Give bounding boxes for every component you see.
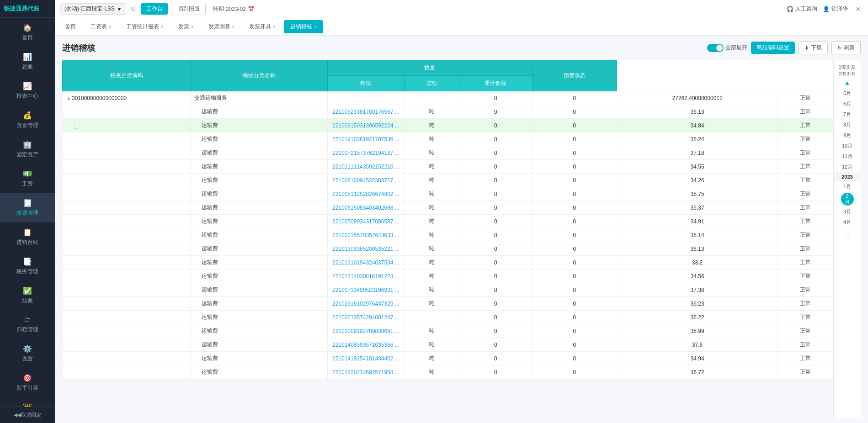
sidebar-footer-pin[interactable]: ◀◀ 取消固定	[0, 407, 55, 423]
cell-invoice-no[interactable]: 22101820212692571958 ...	[328, 365, 405, 379]
table-row[interactable]: 运输费22100615083403402688 ...吨0035.37正常	[63, 201, 833, 215]
table-row[interactable]: 运输费22100713490523196931 ...吨0037.38正常	[63, 283, 833, 297]
cell-invoice-no[interactable]: 22101111143592152210 ...	[328, 160, 405, 174]
cell-invoice-no[interactable]: 22100915031396592224 ...	[328, 119, 405, 132]
table-row[interactable]: 运输费22101916102976437325 ...吨0036.23正常	[63, 297, 833, 311]
cell-invoice-no[interactable]: 22101916102976437325 ...	[328, 297, 405, 311]
table-row[interactable]: 运输费22101408593571035366 ...吨0037.6正常	[63, 338, 833, 352]
table-row[interactable]: 运输费22101309365208535221 ...吨0036.13正常	[63, 242, 833, 256]
table-row[interactable]: 运输费22101820212692571958 ...吨0036.72正常	[63, 365, 833, 379]
tab-invoice-issue[interactable]: 发票开具 ×	[243, 20, 282, 33]
table-row[interactable]: 运输费22101111143592152210 ...吨0034.55正常	[63, 160, 833, 174]
sidebar-item-archive[interactable]: 🗂 归档管理	[0, 310, 55, 339]
tab-payroll[interactable]: 工资表 ×	[84, 20, 118, 33]
tab-close-icon[interactable]: ×	[314, 24, 317, 29]
tab-close-icon[interactable]: ×	[273, 24, 276, 29]
scroll-up-button[interactable]: ▲	[842, 77, 852, 88]
sidebar-item-home[interactable]: 🏠 首页	[0, 18, 55, 47]
tab-sales-audit[interactable]: 进销稽核 ×	[284, 20, 323, 33]
month-11[interactable]: 11月	[834, 151, 861, 162]
tab-invoice-calc[interactable]: 发票测算 ×	[202, 20, 241, 33]
sidebar-item-settings[interactable]: ⚙️ 设置	[0, 339, 55, 368]
table-row[interactable]: 运输费22100810094532303717 ...吨0034.26正常	[63, 174, 833, 187]
settings-button[interactable]: 商品编码设置	[751, 42, 795, 54]
cell-invoice-no[interactable]: 22100511252826674802 ...	[328, 187, 405, 201]
month-4[interactable]: 4月	[834, 217, 861, 227]
month-2-current[interactable]: 2月	[841, 193, 854, 206]
favorite-icon[interactable]: ♡	[844, 231, 851, 240]
cell-invoice-no[interactable]: 22101309365208535221 ...	[328, 242, 405, 256]
cell-invoice-no[interactable]: 22100523381780176567 ...	[328, 105, 405, 119]
cell-invoice-no[interactable]: 22100713490523196931 ...	[328, 283, 405, 297]
table-row[interactable]: ▴301000000000000000交通运输服务0027262.4000000…	[63, 91, 833, 105]
cell-invoice-no[interactable]: 22100509034317086587 ...	[328, 215, 405, 228]
cell-invoice-no[interactable]: 22101419254101434402 ...	[328, 352, 405, 365]
month-5[interactable]: 5月	[834, 88, 861, 99]
cell-invoice-no[interactable]: 22100721573762194127 ...	[328, 146, 405, 160]
cell-invoice-no[interactable]: 22101009192789838691 ...	[328, 324, 405, 338]
table-row[interactable]: 运输费22101009192789838691 ...吨0035.99正常	[63, 324, 833, 338]
table-row[interactable]: 运输费22101314030816191223 ...吨0034.56正常	[63, 270, 833, 283]
tab-close-icon[interactable]: ×	[109, 24, 112, 29]
cell-invoice-no[interactable]: 22100615083403402688 ...	[328, 201, 405, 215]
sidebar-item-assets[interactable]: 🏢 固定资产	[0, 135, 55, 164]
month-10[interactable]: 10月	[834, 141, 861, 151]
close-window-button[interactable]: ✕	[853, 5, 863, 13]
sidebar-item-ledger[interactable]: 📊 总账	[0, 47, 55, 76]
sidebar-item-payroll[interactable]: 💵 工资	[0, 164, 55, 193]
month-6[interactable]: 6月	[834, 99, 861, 109]
switch-version-button[interactable]: 切到旧版	[172, 3, 206, 15]
table-row[interactable]: 运输费22101419254101434402 ...吨0034.94正常	[63, 352, 833, 365]
cell-invoice-no[interactable]: 22101310194324037594 ...	[328, 256, 405, 270]
refresh-button[interactable]: ↻ 刷新	[831, 41, 861, 54]
month-8[interactable]: 8月	[834, 120, 861, 130]
sidebar-item-vip[interactable]: 👑 畅会员	[0, 397, 55, 407]
tab-close-icon[interactable]: ×	[161, 24, 164, 29]
month-12[interactable]: 12月	[834, 162, 861, 172]
table-row[interactable]: 运输费22100213574294001247 ...0036.22正常	[63, 311, 833, 324]
sidebar-item-guide[interactable]: 🎯 新手引导	[0, 368, 55, 397]
sidebar-item-reports[interactable]: 📈 报表中心	[0, 76, 55, 106]
table-row[interactable]: 运输费22100215570357643633 ...吨0035.14正常	[63, 228, 833, 242]
table-row[interactable]: 运输费22100511252826674802 ...吨0035.75正常	[63, 187, 833, 201]
tab-invoice[interactable]: 发票 ×	[172, 20, 200, 33]
sidebar-item-close-account[interactable]: ✅ 结账	[0, 281, 55, 310]
month-3[interactable]: 3月	[834, 206, 861, 217]
table-row[interactable]: 运输费22101310194324037594 ...吨0033.2正常	[63, 256, 833, 270]
cell-tax-name: 运输费	[191, 365, 328, 379]
month-9[interactable]: 9月	[834, 130, 861, 141]
tab-close-icon[interactable]: ×	[191, 24, 194, 29]
copy-button[interactable]: ⧉	[130, 5, 137, 13]
table-row[interactable]: 运输费22100721573762194127 ...吨0037.18正常	[63, 146, 833, 160]
tab-payroll-stats[interactable]: 工资统计报表 ×	[120, 20, 170, 33]
table-row[interactable]: 运输费22101910361921707536 ...吨0035.24正常	[63, 132, 833, 146]
sidebar-item-funds[interactable]: 💰 资金管理	[0, 106, 55, 135]
cell-invoice-no[interactable]: 22101314030816191223 ...	[328, 270, 405, 283]
cell-cumulative: 35.99	[617, 324, 778, 338]
sidebar-item-tax[interactable]: 📑 税务管理	[0, 252, 55, 281]
tab-close-icon[interactable]: ×	[232, 24, 235, 29]
sidebar-item-invoice[interactable]: 🧾 发票管理	[0, 193, 55, 222]
workspace-button[interactable]: 工作台	[141, 3, 168, 15]
expand-toggle[interactable]	[707, 44, 724, 52]
month-7[interactable]: 7月	[834, 109, 861, 120]
cell-invoice-no[interactable]: 22100810094532303717 ...	[328, 174, 405, 187]
company-selector[interactable]: (勿动) 江西报宝-LSS ▼	[60, 3, 126, 15]
table-row[interactable]: 运输费22100523381780176567 ...吨0036.13正常	[63, 105, 833, 119]
tab-home[interactable]: 首页	[59, 20, 82, 33]
cell-purchase: 0	[532, 352, 617, 365]
month-1[interactable]: 1月	[834, 181, 861, 192]
cell-invoice-no[interactable]: 22100215570357643633 ...	[328, 228, 405, 242]
table-row[interactable]: 📄运输费22100915031396592224 ...吨0034.84正常	[63, 119, 833, 132]
user-menu[interactable]: 👤 徐泽华	[823, 5, 848, 13]
cell-invoice-no[interactable]: 22100213574294001247 ...	[328, 311, 405, 324]
download-button[interactable]: ⬇ 下载	[799, 41, 828, 54]
cell-invoice-no[interactable]: 22101910361921707536 ...	[328, 132, 405, 146]
cell-purchase: 0	[532, 174, 617, 187]
expand-icon[interactable]: ▴	[67, 95, 70, 101]
support-link[interactable]: 🎧 人工咨询	[787, 5, 817, 13]
cell-invoice-no[interactable]: 22101408593571035366 ...	[328, 338, 405, 352]
sidebar-item-sales-ledger[interactable]: 📋 进销台账	[0, 222, 55, 252]
table-wrapper[interactable]: 税收分类编码 税收分类名称 数量 预警状态 销项 进项 累计数额 ▴301000…	[62, 60, 833, 418]
table-row[interactable]: 运输费22100509034317086587 ...吨0034.91正常	[63, 215, 833, 228]
